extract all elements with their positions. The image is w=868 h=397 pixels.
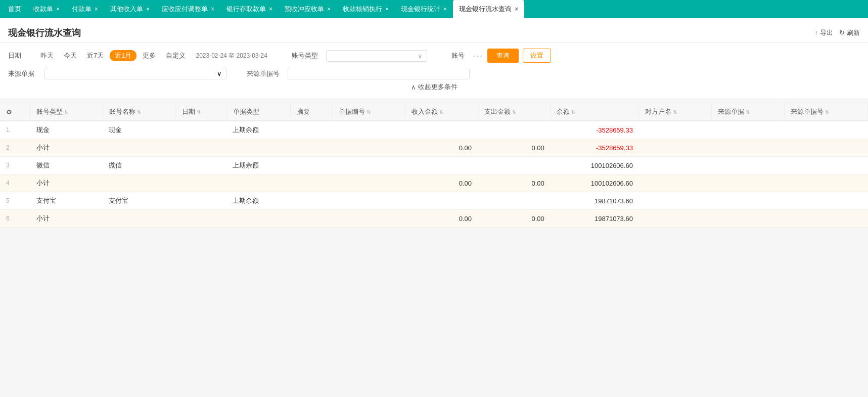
top-nav: 首页收款单×付款单×其他收入单×应收应付调整单×银行存取款单×预收冲应收单×收款…: [0, 0, 868, 18]
col-header-doc_no[interactable]: 单据编号⇅: [333, 103, 405, 121]
cell-summary: [290, 121, 332, 139]
sort-icon-counterpart[interactable]: ⇅: [673, 109, 677, 115]
nav-close-icon[interactable]: ×: [385, 6, 389, 13]
nav-close-icon[interactable]: ×: [443, 6, 447, 13]
nav-close-icon[interactable]: ×: [56, 6, 60, 13]
date-option-自定义[interactable]: 自定义: [162, 50, 190, 61]
cell-source_doc_no: [784, 192, 867, 210]
nav-item-预收冲应收单[interactable]: 预收冲应收单×: [279, 0, 337, 18]
cell-balance: 19871073.60: [551, 210, 639, 228]
sort-icon-income[interactable]: ⇅: [439, 109, 443, 115]
cell-counterpart: [639, 121, 712, 139]
nav-close-icon[interactable]: ×: [95, 6, 98, 13]
nav-item-收款单[interactable]: 收款单×: [27, 0, 66, 18]
sort-icon-balance[interactable]: ⇅: [571, 109, 575, 115]
refresh-icon: ↻: [839, 29, 845, 36]
source-doc-select[interactable]: ∨: [44, 68, 226, 79]
cell-account_name: 支付宝: [103, 192, 175, 210]
nav-item-首页[interactable]: 首页: [2, 0, 27, 18]
cell-balance: -3528659.33: [551, 139, 639, 157]
account-type-input[interactable]: [331, 52, 418, 60]
source-doc-no-group: 来源单据号: [247, 68, 470, 79]
date-option-近7天[interactable]: 近7天: [83, 50, 108, 61]
settings-button[interactable]: 设置: [523, 49, 551, 63]
col-header-balance[interactable]: 余额⇅: [551, 103, 639, 121]
account-ellipsis[interactable]: ···: [473, 51, 483, 61]
sort-icon-doc_no[interactable]: ⇅: [367, 109, 371, 115]
col-header-summary: 摘要: [290, 103, 332, 121]
date-option-更多[interactable]: 更多: [139, 50, 160, 61]
date-option-今天[interactable]: 今天: [60, 50, 81, 61]
date-option-昨天[interactable]: 昨天: [36, 50, 58, 61]
cell-account_type: 支付宝: [30, 192, 103, 210]
export-button[interactable]: ↑ 导出: [815, 28, 834, 37]
nav-item-现金银行流水查询[interactable]: 现金银行流水查询×: [453, 0, 524, 18]
source-doc-no-input[interactable]: [288, 68, 470, 79]
col-header-expense[interactable]: 支出金额⇅: [478, 103, 551, 121]
nav-item-应收应付调整单[interactable]: 应收应付调整单×: [156, 0, 220, 18]
cell-summary: [290, 174, 332, 192]
sort-icon-account_name[interactable]: ⇅: [137, 109, 141, 115]
col-header-settings: ⚙: [0, 103, 30, 121]
page-title: 现金银行流水查询: [8, 27, 81, 39]
cell-source_doc_no: [784, 210, 867, 228]
nav-item-付款单[interactable]: 付款单×: [66, 0, 104, 18]
nav-close-icon[interactable]: ×: [146, 6, 150, 13]
cell-income: 0.00: [405, 210, 478, 228]
cell-doc_no: [333, 139, 405, 157]
nav-close-icon[interactable]: ×: [269, 6, 272, 13]
cell-counterpart: [639, 157, 712, 174]
cell-doc_no: [333, 174, 405, 192]
col-header-doc_type: 单据类型: [226, 103, 290, 121]
col-header-date[interactable]: 日期⇅: [175, 103, 226, 121]
nav-item-其他收入单[interactable]: 其他收入单×: [104, 0, 156, 18]
collapse-icon: ∧: [411, 83, 416, 91]
sort-icon-source_doc_no[interactable]: ⇅: [825, 109, 829, 115]
date-option-近1月[interactable]: 近1月: [110, 50, 136, 61]
col-header-counterpart[interactable]: 对方户名⇅: [639, 103, 712, 121]
account-type-select[interactable]: ∨: [326, 50, 427, 62]
cell-source_doc_no: [784, 174, 867, 192]
col-header-source_doc_no[interactable]: 来源单据号⇅: [784, 103, 867, 121]
sort-icon-expense[interactable]: ⇅: [512, 109, 516, 115]
nav-item-银行存取款单[interactable]: 银行存取款单×: [220, 0, 279, 18]
col-header-account_name[interactable]: 账号名称⇅: [103, 103, 175, 121]
account-type-label: 账号类型: [292, 51, 318, 60]
collapse-bar[interactable]: ∧ 收起更多条件: [8, 79, 860, 93]
cell-doc_type: 上期余额: [226, 121, 290, 139]
cell-account_type: 微信: [30, 157, 103, 174]
cell-source_doc_no: [784, 157, 867, 174]
nav-close-icon[interactable]: ×: [515, 6, 518, 13]
cell-income: 0.00: [405, 174, 478, 192]
nav-close-icon[interactable]: ×: [211, 6, 214, 13]
query-button[interactable]: 查询: [487, 49, 519, 63]
table-row: 4小计0.000.00100102606.60: [0, 174, 868, 192]
cell-source_doc_no: [784, 139, 867, 157]
cell-income: [405, 157, 478, 174]
nav-item-收款核销执行[interactable]: 收款核销执行×: [337, 0, 395, 18]
gear-icon[interactable]: ⚙: [6, 108, 12, 116]
cell-date: [175, 121, 226, 139]
refresh-button[interactable]: ↻ 刷新: [839, 28, 860, 37]
nav-close-icon[interactable]: ×: [327, 6, 331, 13]
cell-source_doc_no: [784, 121, 867, 139]
sort-icon-source_doc[interactable]: ⇅: [746, 109, 750, 115]
cell-summary: [290, 210, 332, 228]
source-doc-input[interactable]: [49, 70, 217, 77]
cell-account_type: 小计: [30, 210, 103, 228]
nav-item-现金银行统计[interactable]: 现金银行统计×: [395, 0, 453, 18]
cell-income: 0.00: [405, 139, 478, 157]
col-header-income[interactable]: 收入金额⇅: [405, 103, 478, 121]
sort-icon-date[interactable]: ⇅: [197, 109, 201, 115]
cell-source_doc: [712, 121, 785, 139]
cell-counterpart: [639, 174, 712, 192]
col-header-account_type[interactable]: 账号类型⇅: [30, 103, 103, 121]
sort-icon-account_type[interactable]: ⇅: [64, 109, 68, 115]
col-header-source_doc[interactable]: 来源单据⇅: [712, 103, 785, 121]
cell-summary: [290, 139, 332, 157]
cell-date: [175, 139, 226, 157]
table-body: 1现金现金上期余额-3528659.332小计0.000.00-3528659.…: [0, 121, 868, 228]
cell-income: [405, 192, 478, 210]
cell-income: [405, 121, 478, 139]
cell-account_name: [103, 210, 175, 228]
